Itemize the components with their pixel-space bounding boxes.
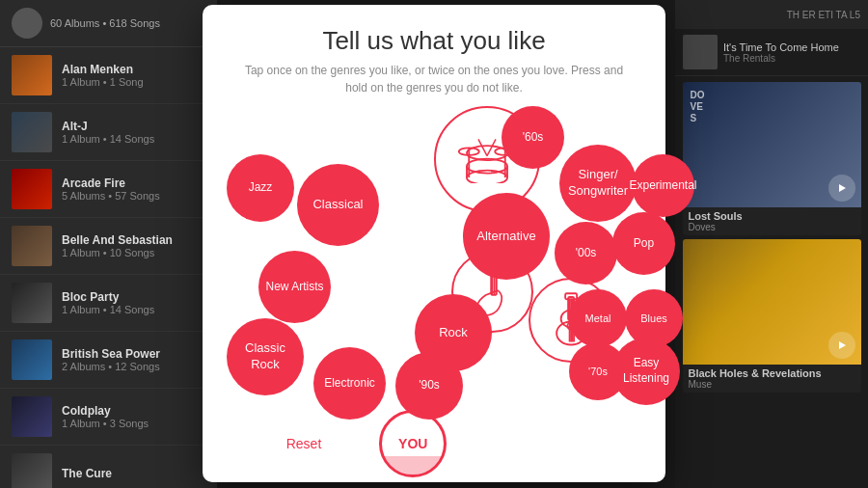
sidebar-header: 60 Albums • 618 Songs (0, 0, 217, 47)
bubble-area: '60sJazzClassicalSinger/SongwriterExperi… (212, 101, 656, 400)
sidebar-info-belle-sebastian: Belle And Sebastian 1 Album • 10 Songs (62, 233, 205, 258)
doves-album-label: Lost Souls Doves (683, 207, 861, 235)
sidebar-item-altj[interactable]: Alt-J 1 Album • 14 Songs (0, 104, 217, 161)
sidebar-list: Alan Menken 1 Album • 1 Song Alt-J 1 Alb… (0, 47, 217, 488)
user-avatar (12, 8, 42, 39)
right-top-bar: TH ER ETI TA L5 (675, 0, 868, 29)
svg-marker-25 (839, 184, 846, 192)
sidebar-name-alan-menken: Alan Menken (62, 63, 205, 76)
sidebar-item-belle-sebastian[interactable]: Belle And Sebastian 1 Album • 10 Songs (0, 218, 217, 275)
right-track-item[interactable]: It's Time To Come Home The Rentals (675, 29, 868, 76)
sidebar-info-altj: Alt-J 1 Album • 14 Songs (62, 120, 205, 145)
sidebar-sub-british-sea-power: 2 Albums • 12 Songs (62, 361, 205, 372)
sidebar-name-the-cure: The Cure (62, 467, 205, 480)
svg-line-10 (487, 139, 496, 155)
album-art-arcade-fire (12, 169, 52, 209)
bubble-electronic[interactable]: Electronic (313, 347, 386, 420)
sidebar-name-british-sea-power: British Sea Power (62, 347, 205, 361)
album-art-alan-menken (12, 55, 52, 95)
doves-album-art: DO VE S (683, 82, 861, 207)
album-art-bloc-party (12, 283, 52, 323)
sidebar-top-text: 60 Albums • 618 Songs (50, 17, 160, 29)
sidebar-sub-altj: 1 Album • 14 Songs (62, 133, 205, 145)
right-letters-display: TH ER ETI TA L5 (787, 10, 860, 20)
doves-letter-2: VE (691, 101, 705, 112)
svg-line-9 (478, 139, 487, 155)
bubble-experimental[interactable]: Experimental (632, 154, 694, 217)
bubble-pop[interactable]: Pop (612, 212, 675, 275)
bubble-metal[interactable]: Metal (569, 289, 627, 347)
bubble-easy-listening[interactable]: Easy Listening (612, 338, 680, 405)
sidebar-name-altj: Alt-J (62, 120, 205, 133)
doves-album-name: Lost Souls (689, 210, 855, 222)
album-art-belle-sebastian (12, 226, 52, 266)
sidebar-sub-coldplay: 1 Album • 3 Songs (62, 418, 205, 429)
sidebar-name-belle-sebastian: Belle And Sebastian (62, 233, 205, 247)
track-artist: The Rentals (723, 53, 860, 64)
bubble-00s[interactable]: '00s (555, 222, 617, 285)
you-circle[interactable]: YOU (379, 410, 447, 477)
muse-play-button[interactable] (828, 332, 855, 359)
sidebar-item-coldplay[interactable]: Coldplay 1 Album • 3 Songs (0, 389, 217, 446)
bubble-singer-songwriter[interactable]: Singer/Songwriter (559, 145, 637, 222)
doves-play-button[interactable] (828, 175, 855, 202)
right-panel: TH ER ETI TA L5 It's Time To Come Home T… (675, 0, 868, 488)
sidebar-name-arcade-fire: Arcade Fire (62, 176, 205, 190)
sidebar-name-coldplay: Coldplay (62, 404, 205, 418)
sidebar-info-arcade-fire: Arcade Fire 5 Albums • 57 Songs (62, 176, 205, 202)
doves-letters: DO VE S (691, 90, 705, 123)
svg-point-3 (467, 171, 507, 183)
sidebar: 60 Albums • 618 Songs Alan Menken 1 Albu… (0, 0, 217, 488)
sidebar-sub-bloc-party: 1 Album • 14 Songs (62, 304, 205, 315)
svg-marker-26 (839, 341, 846, 349)
album-art-altj (12, 112, 52, 152)
doves-album-block[interactable]: DO VE S Lost Souls Doves (683, 82, 861, 235)
sidebar-item-alan-menken[interactable]: Alan Menken 1 Album • 1 Song (0, 47, 217, 104)
overlay-subtitle: Tap once on the genres you like, or twic… (203, 62, 665, 96)
album-art-the-cure (12, 453, 52, 488)
sidebar-info-alan-menken: Alan Menken 1 Album • 1 Song (62, 63, 205, 88)
album-art-coldplay (12, 396, 52, 437)
doves-letter-1: DO (691, 90, 705, 100)
sidebar-sub-arcade-fire: 5 Albums • 57 Songs (62, 190, 205, 202)
genre-overlay: Tell us what you like Tap once on the ge… (203, 5, 665, 482)
overlay-title: Tell us what you like (322, 26, 545, 56)
sidebar-info-coldplay: Coldplay 1 Album • 3 Songs (62, 404, 205, 429)
sidebar-item-the-cure[interactable]: The Cure (0, 446, 217, 488)
sidebar-item-british-sea-power[interactable]: British Sea Power 2 Albums • 12 Songs (0, 332, 217, 389)
sidebar-info-the-cure: The Cure (62, 467, 205, 480)
you-label: YOU (398, 436, 427, 451)
bubble-90s[interactable]: '90s (395, 352, 463, 420)
bubble-classical[interactable]: Classical (297, 164, 379, 246)
track-art (683, 35, 718, 69)
track-title: It's Time To Come Home (723, 41, 860, 53)
bubble-jazz[interactable]: Jazz (227, 154, 294, 222)
bubble-classic-rock[interactable]: Classic Rock (227, 318, 304, 395)
overlay-bottom: Reset YOU (203, 410, 665, 477)
sidebar-name-bloc-party: Bloc Party (62, 290, 205, 304)
muse-album-artist: Muse (689, 379, 855, 390)
doves-album-artist: Doves (689, 222, 855, 232)
reset-button[interactable]: Reset (286, 436, 322, 451)
sidebar-item-arcade-fire[interactable]: Arcade Fire 5 Albums • 57 Songs (0, 161, 217, 218)
doves-letter-3: S (691, 113, 705, 123)
bubble-60s[interactable]: '60s (502, 106, 564, 169)
sidebar-sub-belle-sebastian: 1 Album • 10 Songs (62, 247, 205, 258)
sidebar-info-british-sea-power: British Sea Power 2 Albums • 12 Songs (62, 347, 205, 372)
muse-album-label: Black Holes & Revelations Muse (683, 365, 861, 393)
right-track-info: It's Time To Come Home The Rentals (723, 41, 860, 64)
muse-album-art (683, 239, 861, 365)
muse-album-name: Black Holes & Revelations (689, 367, 855, 379)
sidebar-item-bloc-party[interactable]: Bloc Party 1 Album • 14 Songs (0, 275, 217, 332)
sidebar-info-bloc-party: Bloc Party 1 Album • 14 Songs (62, 290, 205, 315)
album-art-british-sea-power (12, 339, 52, 380)
sidebar-sub-alan-menken: 1 Album • 1 Song (62, 76, 205, 88)
muse-album-block[interactable]: Black Holes & Revelations Muse (683, 239, 861, 393)
bubble-new-artists[interactable]: New Artists (258, 251, 331, 323)
bubble-alternative[interactable]: Alternative (463, 193, 550, 280)
